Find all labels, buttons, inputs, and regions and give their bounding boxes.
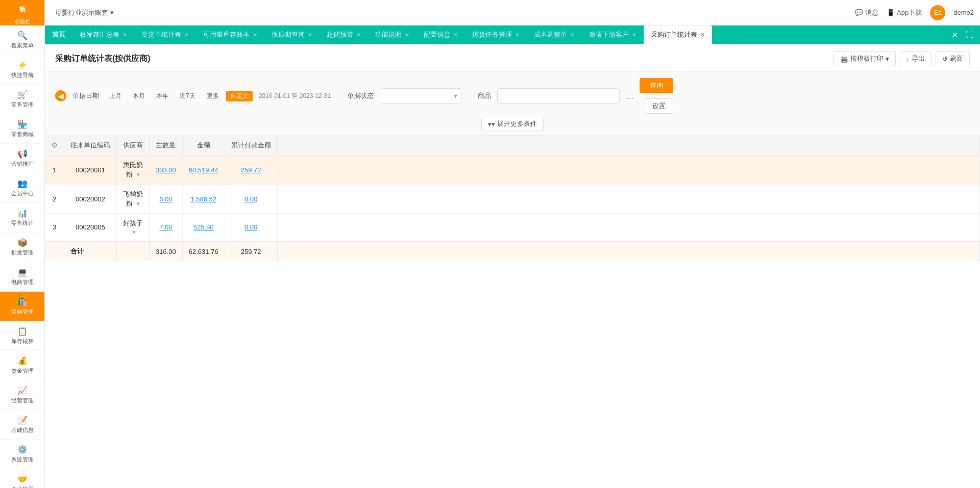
app-logo: 畅 标题栏 [0, 0, 44, 25]
page-header: 采购订单统计表(按供应商) 🖨️ 按模板打印 ▾ ↓ 导出 ↺ 刷新 [45, 44, 980, 72]
nav-icon-quick-nav: ⚡ [17, 60, 28, 70]
column-settings-icon[interactable]: ⚙ [51, 141, 58, 149]
tab-close-overstock-warning[interactable]: ✕ [356, 32, 361, 38]
tab-close-requisition-summary[interactable]: ✕ [184, 32, 189, 38]
date-shortcuts: 上月 本月 本年 近7天 更多 自定义 [105, 91, 253, 101]
settings-button[interactable]: 设置 [645, 98, 673, 114]
row-index: 2 [45, 185, 64, 214]
filter-bar: ◀ 单据日期 上月 本月 本年 近7天 更多 自定义 2016-01-01 至 … [45, 72, 980, 136]
goods-input[interactable] [497, 88, 620, 104]
tab-cost-adjust[interactable]: 成本调整单 ✕ [527, 25, 582, 44]
date-shortcut-7days[interactable]: 近7天 [176, 91, 200, 101]
app-download-action[interactable]: 📱 App下载 [887, 8, 922, 17]
tab-close-config-info[interactable]: ✕ [453, 32, 458, 38]
template-print-button[interactable]: 🖨️ 按模板打印 ▾ [834, 51, 896, 66]
supplier-expand-icon[interactable]: ▾ [137, 200, 140, 207]
amount-link[interactable]: 525.80 [193, 223, 214, 231]
date-shortcut-this-year[interactable]: 本年 [152, 91, 173, 101]
sidebar-item-inventory[interactable]: 📋库存核算 [0, 321, 44, 351]
sidebar-item-finance[interactable]: 💰资金管理 [0, 351, 44, 380]
sidebar-item-member[interactable]: 👥会员中心 [0, 173, 44, 203]
tab-purchase-summary[interactable]: 采购订单统计表 ✕ [644, 25, 712, 44]
tab-requisition-summary[interactable]: 要货单统计表 ✕ [134, 25, 196, 44]
row-quantity: 6.00 [150, 185, 183, 214]
sidebar-item-retail-stats[interactable]: 📊零售统计 [0, 203, 44, 233]
sidebar-item-basic-info[interactable]: 📝基础信息 [0, 410, 44, 440]
sidebar-item-system[interactable]: ⚙️系统管理 [0, 440, 44, 469]
date-shortcut-this-month[interactable]: 本月 [129, 91, 149, 101]
tab-function-desc[interactable]: 功能说明 ✕ [368, 25, 416, 44]
user-initials: Ea [934, 9, 942, 16]
quantity-link[interactable]: 7.00 [159, 223, 172, 231]
tab-home[interactable]: 首页 [45, 25, 72, 44]
col-paid: 累计付款金额 [225, 136, 277, 156]
refresh-button[interactable]: ↺ 刷新 [936, 51, 970, 66]
tab-close-cost-adjust[interactable]: ✕ [570, 32, 575, 38]
table-header-row: ⚙ 往来单位编码 供应商 主数量 金额 累计付款金额 [45, 136, 980, 156]
goods-more-btn[interactable]: ... [626, 91, 633, 101]
status-select[interactable] [380, 88, 461, 104]
sidebar-item-enterprise[interactable]: 🤝企业协同 [0, 469, 44, 488]
row-index: 3 [45, 214, 64, 242]
paid-link[interactable]: 0.00 [244, 195, 257, 203]
logo-text: 标题栏 [15, 18, 30, 25]
nav-label-ecommerce: 电商管理 [11, 278, 34, 286]
sidebar-item-retail[interactable]: 🛒零售管理 [0, 85, 44, 114]
date-badge-custom[interactable]: 自定义 [226, 91, 253, 101]
filter-toggle-btn[interactable]: ◀ [55, 90, 66, 101]
tab-available-stock[interactable]: 可用量库存账本 ✕ [196, 25, 264, 44]
row-extra [277, 214, 979, 242]
tab-label-available-stock: 可用量库存账本 [203, 30, 250, 39]
user-avatar[interactable]: Ea [930, 5, 945, 20]
amount-link[interactable]: 60,519.44 [189, 166, 218, 174]
footer-amount: 62,631.76 [182, 241, 225, 261]
tab-label-picking-task: 拣货任务管理 [472, 30, 512, 39]
date-shortcut-more[interactable]: 更多 [203, 91, 223, 101]
message-action[interactable]: 💬 消息 [855, 8, 878, 17]
tab-close-invite-downstream[interactable]: ✕ [632, 32, 636, 38]
sidebar-item-ecommerce[interactable]: 💻电商管理 [0, 262, 44, 292]
row-supplier: 惠氏奶粉 ▾ [117, 156, 150, 185]
query-button[interactable]: 查询 [640, 78, 673, 93]
tab-label-cost-adjust: 成本调整单 [534, 30, 567, 39]
nav-icon-enterprise: 🤝 [17, 474, 28, 484]
nav-label-operations: 经营管理 [11, 397, 34, 404]
amount-link[interactable]: 1,586.52 [190, 195, 216, 203]
maximize-btn[interactable]: ⛶ [964, 29, 976, 41]
expand-more-btn[interactable]: ▾▾ 展开更多条件 [481, 117, 544, 131]
sidebar-item-retail-mall[interactable]: 🏪零售商城 [0, 114, 44, 144]
footer-empty-2 [117, 241, 150, 261]
date-shortcut-last-month[interactable]: 上月 [105, 91, 126, 101]
tab-picking-task[interactable]: 拣货任务管理 ✕ [465, 25, 527, 44]
sidebar-item-operations[interactable]: 📈经营管理 [0, 380, 44, 410]
tab-close-available-stock[interactable]: ✕ [253, 32, 257, 38]
page-title: 采购订单统计表(按供应商) [55, 54, 151, 64]
supplier-expand-icon[interactable]: ▾ [133, 229, 136, 235]
sidebar-item-wholesale[interactable]: 📦批发管理 [0, 233, 44, 262]
tab-config-info[interactable]: 配置信息 ✕ [416, 25, 465, 44]
tab-label-purchase-summary: 采购订单统计表 [651, 30, 697, 39]
quantity-link[interactable]: 6.00 [159, 195, 172, 203]
supplier-expand-icon[interactable]: ▾ [137, 171, 140, 177]
tab-close-collect-summary[interactable]: ✕ [122, 32, 127, 38]
paid-link[interactable]: 259.72 [241, 166, 261, 174]
quantity-link[interactable]: 303.00 [156, 166, 176, 174]
nav-icon-ecommerce: 💻 [17, 267, 28, 277]
tab-close-function-desc[interactable]: ✕ [405, 32, 409, 38]
tab-close-shelf-life[interactable]: ✕ [308, 32, 312, 38]
tab-close-purchase-summary[interactable]: ✕ [700, 32, 705, 38]
paid-link[interactable]: 0.00 [244, 223, 257, 231]
tab-overstock-warning[interactable]: 超储预警 ✕ [320, 25, 368, 44]
sidebar-item-marketing[interactable]: 📢营销推广 [0, 144, 44, 173]
sidebar-item-quick-nav[interactable]: ⚡快捷导航 [0, 55, 44, 85]
sidebar-item-search[interactable]: 🔍搜索菜单 [0, 25, 44, 55]
export-button[interactable]: ↓ 导出 [900, 51, 932, 66]
workspace-selector[interactable]: 母婴行业演示账套 ▾ [51, 6, 118, 19]
tab-invite-downstream[interactable]: 邀请下游客户 ✕ [582, 25, 644, 44]
close-tab-btn[interactable]: ✕ [948, 29, 961, 41]
tab-shelf-life[interactable]: 保质期查询 ✕ [264, 25, 320, 44]
tab-collect-summary[interactable]: 收发存汇总表 ✕ [72, 25, 134, 44]
sidebar-item-purchase[interactable]: 🛍️采购管理 [0, 292, 44, 321]
tab-close-picking-task[interactable]: ✕ [515, 32, 520, 38]
export-icon: ↓ [906, 55, 910, 63]
